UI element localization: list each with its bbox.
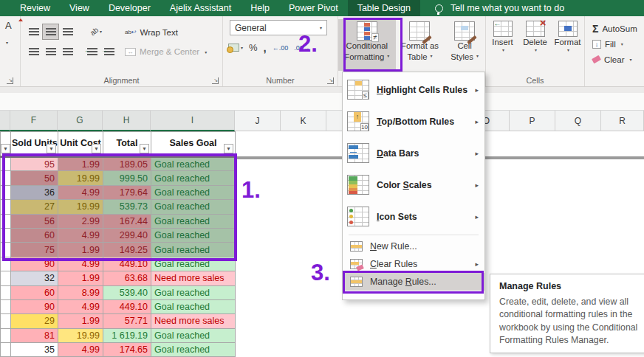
cell[interactable]: 27	[11, 200, 58, 214]
cell[interactable]: 1.99	[58, 157, 103, 171]
header-unit-cost[interactable]: Unit Cost▼	[58, 132, 103, 157]
cell[interactable]: 63.68	[103, 271, 151, 285]
cell-partial[interactable]	[1, 157, 11, 171]
fill-button[interactable]: ↓ Fill ▾	[592, 36, 643, 52]
cell[interactable]: 60	[11, 285, 58, 299]
cell[interactable]: 4.99	[58, 343, 103, 357]
cell[interactable]: 19.99	[58, 200, 103, 214]
cell-partial[interactable]	[1, 271, 11, 285]
cell[interactable]: Goal reached	[151, 243, 236, 257]
align-middle-button[interactable]	[42, 24, 59, 40]
menu-item-highlight-cells-rules[interactable]: Highlight Cells Rules▸	[343, 74, 484, 105]
cell[interactable]: 29	[11, 314, 58, 328]
cell[interactable]: Goal reached	[151, 171, 236, 185]
tab-ajelix-assistant[interactable]: Ajelix Assistant	[160, 0, 241, 16]
tab-table-design[interactable]: Table Design	[348, 0, 420, 16]
tab-help[interactable]: Help	[241, 0, 279, 16]
cell-partial[interactable]	[1, 200, 11, 214]
merge-center-button[interactable]: ↔ Merge & Center ▾	[125, 42, 207, 61]
menu-item-icon-sets[interactable]: Icon Sets▸	[343, 201, 484, 232]
cell[interactable]: Goal reached	[151, 200, 236, 214]
filter-button[interactable]: ▼	[47, 144, 56, 153]
cell-partial[interactable]	[1, 214, 11, 228]
font-dialog-launcher-icon[interactable]: ↘	[7, 77, 13, 84]
align-right-button[interactable]	[59, 44, 76, 60]
cell-partial[interactable]	[1, 299, 11, 313]
percent-style-button[interactable]: %	[249, 42, 258, 53]
header-total[interactable]: Total▼	[103, 132, 151, 157]
wrap-text-button[interactable]: ab↩ Wrap Text	[125, 23, 207, 42]
cell[interactable]: Goal reached	[151, 285, 236, 299]
cell[interactable]: 179.64	[103, 185, 151, 199]
cell-styles-button[interactable]: Cell Styles▾	[444, 19, 485, 71]
filter-button[interactable]: ▼	[1, 144, 10, 153]
cell[interactable]: Goal reached	[151, 214, 236, 228]
cell[interactable]: 90	[11, 299, 58, 313]
cell[interactable]: 1.99	[58, 243, 103, 257]
cell[interactable]: Goal reached	[151, 257, 236, 271]
font-size-button[interactable]: A	[5, 20, 20, 31]
cell[interactable]: 299.40	[103, 228, 151, 242]
menu-item-color-scales[interactable]: Color Scales▸	[343, 169, 484, 201]
column-header-P[interactable]: P	[510, 111, 555, 131]
tab-view[interactable]: View	[60, 0, 99, 16]
cell[interactable]: 189.05	[103, 157, 151, 171]
cell[interactable]: 19.99	[58, 328, 103, 342]
column-header-K[interactable]: K	[281, 111, 326, 131]
format-as-table-button[interactable]: Format as Table▾	[396, 19, 445, 71]
cell-partial[interactable]	[1, 228, 11, 242]
cell[interactable]: 174.65	[103, 343, 151, 357]
cell-partial[interactable]	[1, 343, 11, 357]
menu-item-new-rule[interactable]: New Rule...	[343, 238, 484, 255]
orientation-button[interactable]: ab▾	[83, 24, 109, 40]
tab-power-pivot[interactable]: Power Pivot	[279, 0, 348, 16]
cell[interactable]: 1 619.19	[103, 328, 151, 342]
cell[interactable]: 1.99	[58, 271, 103, 285]
column-header-H[interactable]: H	[103, 111, 151, 131]
cell[interactable]: 90	[11, 257, 58, 271]
cell-partial[interactable]	[1, 328, 11, 342]
clear-button[interactable]: Clear ▾	[592, 52, 643, 67]
cell[interactable]: 95	[11, 157, 58, 171]
filter-button[interactable]: ▼	[92, 144, 101, 153]
autosum-button[interactable]: Σ AutoSum	[592, 21, 643, 36]
cell[interactable]: 449.10	[103, 299, 151, 313]
cell[interactable]: 149.25	[103, 243, 151, 257]
cell-partial[interactable]	[1, 257, 11, 271]
column-header-Q[interactable]: Q	[555, 111, 601, 131]
cell[interactable]: 56	[11, 214, 58, 228]
cell[interactable]: 4.99	[58, 299, 103, 313]
cell[interactable]: Goal reached	[151, 343, 236, 357]
cell-partial[interactable]	[1, 243, 11, 257]
cell[interactable]: 539.73	[103, 200, 151, 214]
cell[interactable]: 19.99	[58, 171, 103, 185]
cell-partial[interactable]	[1, 185, 11, 199]
menu-item-data-bars[interactable]: Data Bars▸	[343, 137, 484, 169]
cell[interactable]: Goal reached	[151, 328, 236, 342]
increase-indent-button[interactable]	[100, 44, 117, 60]
menu-item-top-bottom-rules[interactable]: Top/Bottom Rules▸	[343, 105, 484, 137]
tab-review[interactable]: Review	[10, 0, 60, 16]
align-left-button[interactable]	[25, 44, 42, 60]
cell[interactable]: 50	[11, 171, 58, 185]
cell[interactable]: Goal reached	[151, 299, 236, 313]
cell[interactable]: Goal reached	[151, 157, 236, 171]
tab-developer[interactable]: Developer	[99, 0, 160, 16]
cell[interactable]: 999.50	[103, 171, 151, 185]
alignment-dialog-launcher-icon[interactable]: ↘	[212, 77, 219, 84]
column-header-partial[interactable]	[0, 111, 10, 131]
cell[interactable]: 35	[11, 343, 58, 357]
cell[interactable]: 539.40	[103, 285, 151, 299]
decrease-indent-button[interactable]	[83, 44, 100, 60]
chevron-down-icon[interactable]: ▾	[6, 40, 20, 45]
conditional-formatting-button[interactable]: Conditional Formatting▾	[338, 19, 396, 71]
number-dialog-launcher-icon[interactable]: ↘	[327, 77, 334, 84]
cell[interactable]: Need more sales	[151, 314, 236, 328]
align-top-button[interactable]	[25, 24, 42, 40]
cell[interactable]: 81	[11, 328, 58, 342]
cell[interactable]: 8.99	[58, 285, 103, 299]
cell[interactable]: Goal reached	[151, 228, 236, 242]
menu-item-clear-rules[interactable]: Clear Rules▸	[343, 255, 484, 273]
cell-partial[interactable]	[1, 285, 11, 299]
cell[interactable]: 4.99	[58, 228, 103, 242]
